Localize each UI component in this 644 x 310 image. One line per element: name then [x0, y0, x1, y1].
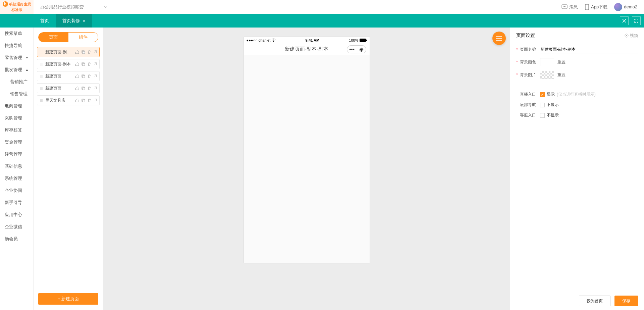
delete-icon[interactable]: [87, 74, 91, 78]
bg-image-reset[interactable]: 重置: [557, 72, 566, 78]
delete-icon[interactable]: [87, 50, 91, 54]
copy-icon[interactable]: [81, 50, 85, 54]
home-icon[interactable]: [75, 86, 79, 90]
page-list-item-1[interactable]: 新建页面-副本: [37, 59, 100, 69]
sidebar-item-12[interactable]: 系统管理: [0, 172, 33, 185]
svg-point-15: [273, 41, 274, 42]
copy-icon[interactable]: [81, 74, 85, 78]
segment-control[interactable]: 页面 组件: [38, 32, 98, 42]
save-button[interactable]: 保存: [614, 296, 638, 306]
wifi-icon: [271, 39, 276, 42]
delete-icon[interactable]: [87, 62, 91, 66]
svg-rect-4: [585, 4, 589, 10]
live-show-checkbox[interactable]: ✓: [540, 92, 545, 97]
home-icon[interactable]: [75, 62, 79, 66]
drag-icon[interactable]: [39, 50, 43, 54]
bg-color-reset[interactable]: 重置: [557, 59, 566, 65]
close-icon[interactable]: ×: [83, 19, 85, 23]
sidebar-item-3[interactable]: 批发管理▲: [0, 64, 33, 76]
tab-home-decoration[interactable]: 首页装修×: [56, 14, 92, 28]
tab-bar: 首页 首页装修×: [0, 14, 644, 28]
chat-icon: [561, 4, 568, 10]
sidebar-item-14[interactable]: 新手引导: [0, 197, 33, 209]
phone-nav-bar: 新建页面-副本-副本 ••• ◉: [244, 44, 370, 55]
sidebar-item-16[interactable]: 企业微信: [0, 221, 33, 233]
target-icon: ◉: [359, 46, 364, 52]
segment-component[interactable]: 组件: [68, 33, 98, 42]
field-live-entry: *直播入口 ✓ 显示 (仅当进行直播时展示): [516, 92, 638, 97]
component-drawer-toggle[interactable]: [492, 32, 506, 45]
home-icon[interactable]: [75, 74, 79, 78]
fullscreen-button[interactable]: [632, 16, 641, 25]
svg-point-2: [564, 6, 565, 7]
preview-canvas: ●●●○○ chanjet 9:41 AM 100% 新建页面-副本-副本 ••…: [103, 28, 510, 310]
sidebar-item-8[interactable]: 库存核算: [0, 124, 33, 136]
mini-program-controls[interactable]: ••• ◉: [347, 45, 366, 53]
sidebar-item-6[interactable]: 电商管理: [0, 100, 33, 112]
page-name-input[interactable]: [540, 46, 638, 53]
service-checkbox[interactable]: [540, 113, 545, 118]
svg-rect-6: [83, 51, 85, 54]
sidebar: 搜索菜单快捷导航零售管理▼批发管理▲营销推广销售管理电商管理采购管理库存核算资金…: [0, 28, 34, 310]
share-icon[interactable]: [93, 50, 97, 54]
drag-icon[interactable]: [39, 86, 43, 90]
sidebar-item-10[interactable]: 经营管理: [0, 148, 33, 160]
messages-button[interactable]: 消息: [561, 4, 578, 10]
share-icon[interactable]: [93, 98, 97, 102]
field-bottom-nav: *底部导航 不显示: [516, 102, 638, 108]
bg-color-swatch[interactable]: [540, 58, 554, 66]
sidebar-item-4[interactable]: 营销推广: [0, 76, 33, 88]
phone-preview: ●●●○○ chanjet 9:41 AM 100% 新建页面-副本-副本 ••…: [244, 37, 370, 263]
logo-edition: 标准版: [11, 7, 22, 12]
sidebar-item-11[interactable]: 基础信息: [0, 160, 33, 172]
field-page-name: *页面名称: [516, 46, 638, 53]
sidebar-item-15[interactable]: 应用中心: [0, 209, 33, 221]
page-list-item-0[interactable]: 新建页面-副本...: [37, 47, 100, 57]
sidebar-item-9[interactable]: 资金管理: [0, 136, 33, 148]
new-page-button[interactable]: + 新建页面: [38, 293, 98, 305]
sidebar-item-17[interactable]: 畅会员: [0, 233, 33, 245]
settings-title: 页面设置: [516, 33, 535, 39]
copy-icon[interactable]: [81, 62, 85, 66]
sidebar-item-13[interactable]: 企业协同: [0, 185, 33, 197]
drag-icon[interactable]: [39, 62, 43, 66]
drag-icon[interactable]: [39, 98, 43, 102]
phone-status-bar: ●●●○○ chanjet 9:41 AM 100%: [244, 37, 370, 44]
set-home-button[interactable]: 设为首页: [579, 296, 610, 306]
user-menu[interactable]: demo2: [614, 3, 637, 11]
share-icon[interactable]: [93, 62, 97, 66]
home-icon[interactable]: [75, 98, 79, 102]
tenant-dropdown[interactable]: 办公用品行业模拟账套: [40, 4, 107, 10]
page-list-item-3[interactable]: 新建页面: [37, 83, 100, 93]
chevron-down-icon: [104, 5, 107, 9]
sidebar-item-2[interactable]: 零售管理▼: [0, 52, 33, 64]
home-icon[interactable]: [75, 50, 79, 54]
delete-icon[interactable]: [87, 86, 91, 90]
share-icon[interactable]: [93, 86, 97, 90]
delete-icon[interactable]: [87, 98, 91, 102]
sidebar-item-7[interactable]: 采购管理: [0, 112, 33, 124]
sidebar-item-1[interactable]: 快捷导航: [0, 40, 33, 52]
sidebar-item-5[interactable]: 销售管理: [0, 88, 33, 100]
page-list-item-4[interactable]: 昊天文具店: [37, 95, 100, 105]
segment-page[interactable]: 页面: [39, 33, 68, 42]
battery-icon: [360, 39, 367, 42]
close-all-tabs-button[interactable]: [620, 16, 629, 25]
sidebar-item-0[interactable]: 搜索菜单: [0, 28, 33, 40]
avatar: [614, 3, 622, 11]
tab-home[interactable]: 首页: [34, 14, 56, 28]
share-icon[interactable]: [93, 74, 97, 78]
drag-icon[interactable]: [39, 74, 43, 78]
play-icon: [625, 34, 629, 38]
phone-icon: [585, 4, 589, 10]
copy-icon[interactable]: [81, 86, 85, 90]
video-help-link[interactable]: 视频: [625, 33, 638, 39]
phone-content-area: [244, 55, 370, 263]
app-download-button[interactable]: App下载: [585, 4, 607, 10]
field-bg-color: *背景颜色 重置: [516, 58, 638, 66]
page-list-item-2[interactable]: 新建页面: [37, 71, 100, 81]
copy-icon[interactable]: [81, 98, 85, 102]
bg-image-swatch[interactable]: [540, 71, 554, 79]
bottom-nav-checkbox[interactable]: [540, 103, 545, 107]
logo-brand: 畅捷通好生意: [9, 2, 31, 7]
